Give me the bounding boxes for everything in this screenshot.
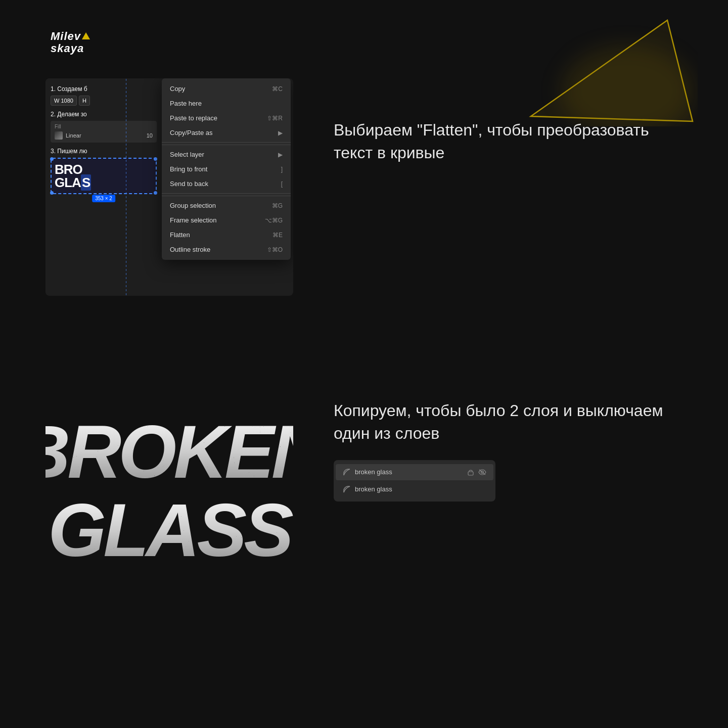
top-description-text: Выбираем "Flatten", чтобы преобразовать … — [334, 119, 682, 164]
layer-controls-0 — [467, 469, 486, 476]
menu-outline-shortcut: ⇧⌘O — [267, 246, 283, 253]
bottom-right-area: Копируем, чтобы было 2 слоя и выключаем … — [334, 379, 682, 502]
menu-item-send-back[interactable]: Send to back [ — [162, 176, 291, 194]
svg-text:BROKEN: BROKEN — [46, 410, 293, 493]
layer-item-1[interactable]: broken glass — [336, 481, 493, 497]
menu-outline-label: Outline stroke — [170, 246, 210, 253]
menu-item-flatten[interactable]: Flatten ⌘E — [162, 228, 291, 242]
bottom-section: BROKEN GLASS Копируем, чтобы было 2 слоя… — [46, 379, 682, 662]
menu-paste-here-label: Paste here — [170, 100, 202, 107]
menu-copy-label: Copy — [170, 85, 185, 93]
menu-item-paste-replace[interactable]: Paste to replace ⇧⌘R — [162, 111, 291, 125]
preview-line1: BRO — [55, 163, 82, 176]
top-section: 1. Создаем б W 1080 H 2. Делаем зо Fill … — [46, 78, 682, 296]
fill-swatch — [55, 131, 63, 140]
svg-text:GLASS: GLASS — [48, 488, 293, 572]
logo: Milev skaya — [51, 30, 90, 55]
layer-lock-icon-0[interactable] — [467, 469, 474, 476]
height-box: H — [79, 96, 90, 106]
menu-copy-shortcut: ⌘C — [272, 85, 283, 93]
selection-size-badge: 353 × 2 — [92, 195, 115, 202]
menu-item-bring-front[interactable]: Bring to front ] — [162, 162, 291, 176]
layers-panel: broken glass — [334, 460, 495, 502]
screenshot-left-panel: 1. Создаем б W 1080 H 2. Делаем зо Fill … — [46, 78, 162, 296]
layer-curve-icon-1 — [343, 485, 351, 493]
menu-item-outline-stroke[interactable]: Outline stroke ⇧⌘O — [162, 242, 291, 257]
broken-glass-visual: BROKEN GLASS — [46, 379, 293, 662]
menu-copy-paste-as-arrow: ▶ — [278, 129, 283, 136]
menu-select-layer-label: Select layer — [170, 151, 204, 158]
menu-flatten-label: Flatten — [170, 231, 190, 239]
menu-frame-label: Frame selection — [170, 216, 216, 224]
menu-select-layer-arrow: ▶ — [278, 151, 283, 158]
dimension-row: W 1080 H — [51, 96, 157, 106]
figma-screenshot: 1. Создаем б W 1080 H 2. Делаем зо Fill … — [46, 78, 293, 296]
ruler-line-vertical — [126, 79, 126, 297]
logo-line2: skaya — [51, 42, 90, 55]
menu-paste-replace-shortcut: ⇧⌘R — [267, 115, 283, 122]
step1-label: 1. Создаем б — [51, 85, 157, 93]
menu-item-select-layer[interactable]: Select layer ▶ — [162, 145, 291, 162]
layer-visibility-icon-0[interactable] — [478, 469, 486, 475]
menu-paste-replace-label: Paste to replace — [170, 114, 217, 122]
menu-item-paste-here[interactable]: Paste here — [162, 96, 291, 111]
layer-name-0: broken glass — [355, 468, 463, 476]
menu-item-frame-selection[interactable]: Frame selection ⌥⌘G — [162, 213, 291, 228]
layer-item-0[interactable]: broken glass — [336, 464, 493, 480]
fill-row: Linear 10 — [55, 131, 153, 140]
menu-flatten-shortcut: ⌘E — [272, 232, 283, 239]
step3-label: 3. Пишем лю — [51, 148, 157, 155]
fill-label-text: Fill — [55, 124, 153, 129]
layer-curve-icon-0 — [343, 468, 351, 476]
menu-frame-shortcut: ⌥⌘G — [265, 217, 283, 224]
logo-triangle-icon — [82, 32, 90, 39]
menu-item-group-selection[interactable]: Group selection ⌘G — [162, 196, 291, 213]
fill-section: Fill Linear 10 — [51, 121, 157, 143]
menu-send-back-shortcut: [ — [281, 180, 283, 188]
fill-type: Linear — [66, 132, 81, 139]
broken-glass-text: BROKEN GLASS — [46, 379, 293, 662]
menu-item-copy[interactable]: Copy ⌘C — [162, 81, 291, 96]
fill-opacity: 10 — [147, 132, 153, 139]
menu-copy-paste-as-label: Copy/Paste as — [170, 129, 213, 136]
menu-bring-front-label: Bring to front — [170, 165, 207, 173]
context-menu: Copy ⌘C Paste here Paste to replace ⇧⌘R … — [162, 78, 291, 260]
top-right-description: Выбираем "Flatten", чтобы преобразовать … — [334, 78, 682, 164]
step2-label: 2. Делаем зо — [51, 111, 157, 118]
bottom-description-text: Копируем, чтобы было 2 слоя и выключаем … — [334, 399, 682, 445]
width-box: W 1080 — [51, 96, 77, 106]
menu-group-shortcut: ⌘G — [272, 202, 283, 209]
svg-rect-5 — [468, 472, 473, 475]
layer-name-1: broken glass — [355, 485, 486, 493]
broken-glass-svg: BROKEN GLASS — [46, 399, 293, 662]
menu-bring-front-shortcut: ] — [281, 166, 283, 173]
text-preview-area: BRO GLAS 353 × 2 — [51, 158, 157, 194]
logo-line1: Milev — [51, 30, 90, 42]
menu-group-label: Group selection — [170, 202, 216, 209]
preview-line2: GLAS — [55, 176, 91, 189]
menu-item-copy-paste-as[interactable]: Copy/Paste as ▶ — [162, 125, 291, 143]
menu-send-back-label: Send to back — [170, 180, 208, 188]
